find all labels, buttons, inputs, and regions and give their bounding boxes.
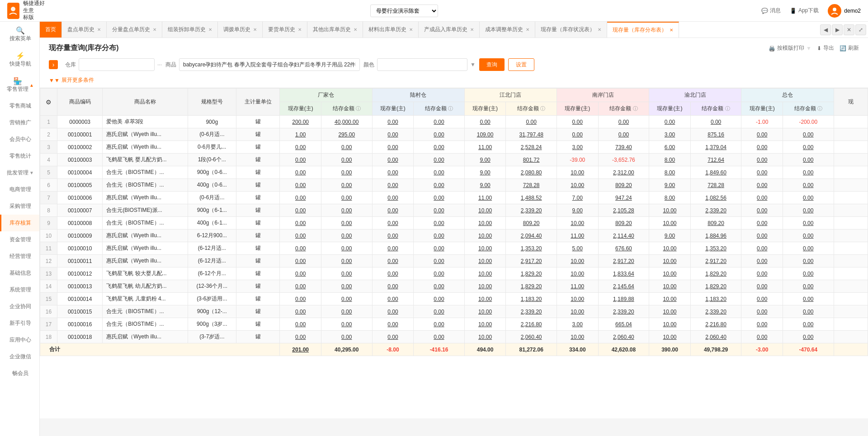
row-jiangbei-qty[interactable]: 10.00 bbox=[464, 293, 505, 305]
tab-demand[interactable]: 要货单历史 ✕ bbox=[263, 22, 307, 38]
row-nanan-qty[interactable]: 9.00 bbox=[557, 204, 598, 217]
user-area[interactable]: demo2 bbox=[828, 4, 861, 18]
row-yubei-qty[interactable]: 8.00 bbox=[649, 192, 690, 204]
row-jiangbei-qty[interactable]: 10.00 bbox=[464, 242, 505, 255]
row-nanan-qty[interactable]: 7.00 bbox=[557, 192, 598, 204]
sidebar-item-ecommerce[interactable]: 电商管理 bbox=[0, 181, 39, 198]
tab-prev-btn[interactable]: ◀ bbox=[820, 24, 831, 35]
refresh-button[interactable]: 🔄 刷新 bbox=[840, 44, 859, 52]
expand-more-btn[interactable]: ▼▼ 展开更多条件 bbox=[49, 76, 859, 84]
row-yubei-qty[interactable]: 9.00 bbox=[649, 230, 690, 242]
sidebar-item-guide[interactable]: 新手引导 bbox=[0, 315, 39, 332]
row-nanan-amt[interactable]: 2,105.28 bbox=[598, 204, 649, 217]
row-yubei-qty[interactable]: 10.00 bbox=[649, 204, 690, 217]
close-tab-stock-status[interactable]: ✕ bbox=[598, 27, 601, 32]
row-jiangbei-amt[interactable]: 1,829.20 bbox=[506, 280, 557, 293]
sidebar-item-apps[interactable]: 应用中心 bbox=[0, 332, 39, 348]
warehouse-input[interactable] bbox=[79, 58, 155, 71]
tab-expand-btn[interactable]: ⤢ bbox=[855, 24, 866, 35]
row-jiangbei-amt[interactable]: 1,829.20 bbox=[506, 267, 557, 280]
tab-outbound[interactable]: 其他出库单历史 ✕ bbox=[307, 22, 363, 38]
row-nanan-amt[interactable]: 2,145.64 bbox=[598, 280, 649, 293]
row-yubei-qty[interactable]: 8.00 bbox=[649, 154, 690, 166]
row-jiangbei-qty[interactable]: 10.00 bbox=[464, 217, 505, 230]
row-jiangbei-qty[interactable]: 11.00 bbox=[464, 141, 505, 154]
tab-stock-dist[interactable]: 现存量（库存分布表） ✕ bbox=[607, 22, 679, 38]
row-jiangbei-amt[interactable]: 31,797.48 bbox=[506, 128, 557, 141]
row-yubei-qty[interactable]: 10.00 bbox=[649, 293, 690, 305]
row-yubei-qty[interactable]: 10.00 bbox=[649, 242, 690, 255]
settings-button[interactable]: 设置 bbox=[508, 58, 534, 71]
row-nanan-amt[interactable]: 2,060.40 bbox=[598, 331, 649, 343]
sidebar-item-ops[interactable]: 经营管理 bbox=[0, 248, 39, 265]
close-tab-outbound[interactable]: ✕ bbox=[354, 27, 357, 32]
sidebar-item-inventory[interactable]: 库存核算 bbox=[0, 215, 39, 231]
tab-assembly[interactable]: 组装拆卸单历史 ✕ bbox=[162, 22, 218, 38]
close-tab-material-out[interactable]: ✕ bbox=[409, 27, 413, 32]
row-yubei-amt[interactable]: 2,060.40 bbox=[690, 331, 741, 343]
row-jiangbei-qty[interactable]: 10.00 bbox=[464, 331, 505, 343]
app-download-btn[interactable]: 📱 App下载 bbox=[790, 7, 819, 14]
row-jiangbei-amt[interactable]: 2,917.20 bbox=[506, 255, 557, 267]
row-jiangbei-amt[interactable]: 2,339.20 bbox=[506, 204, 557, 217]
row-yubei-amt[interactable]: 875.16 bbox=[690, 128, 741, 141]
row-nanan-qty[interactable]: 10.00 bbox=[557, 255, 598, 267]
sidebar-item-base[interactable]: 基础信息 bbox=[0, 265, 39, 281]
row-jiangbei-qty[interactable]: 11.00 bbox=[464, 192, 505, 204]
row-nanan-qty[interactable]: 10.00 bbox=[557, 217, 598, 230]
row-yubei-qty[interactable]: 8.00 bbox=[649, 166, 690, 179]
sidebar-item-marketing[interactable]: 营销推广 bbox=[0, 114, 39, 131]
row-yubei-amt[interactable]: 1,353.20 bbox=[690, 242, 741, 255]
row-yubei-qty[interactable]: 9.00 bbox=[649, 179, 690, 192]
row-nanan-amt[interactable]: 2,339.20 bbox=[598, 305, 649, 318]
row-yubei-amt[interactable]: 1,829.20 bbox=[690, 267, 741, 280]
print-button[interactable]: 🖨️ 按模版打印 ▼ bbox=[769, 44, 811, 52]
row-yubei-qty[interactable]: 6.00 bbox=[649, 141, 690, 154]
query-button[interactable]: 查询 bbox=[479, 58, 505, 71]
sidebar-item-retail-stats[interactable]: 零售统计 bbox=[0, 148, 39, 164]
sidebar-item-purchase[interactable]: 采购管理 bbox=[0, 198, 39, 215]
row-jiangbei-qty[interactable]: 9.00 bbox=[464, 154, 505, 166]
row-jiangbei-qty[interactable]: 10.00 bbox=[464, 305, 505, 318]
industry-selector[interactable]: 母婴行业演示陈套 bbox=[370, 5, 438, 17]
close-tab-assembly[interactable]: ✕ bbox=[208, 27, 212, 32]
row-yubei-qty[interactable]: 10.00 bbox=[649, 305, 690, 318]
row-jiangbei-qty[interactable]: 10.00 bbox=[464, 255, 505, 267]
tab-stock-status[interactable]: 现存量（库存状况表） ✕ bbox=[535, 22, 607, 38]
sidebar-item-system[interactable]: 系统管理 bbox=[0, 281, 39, 298]
row-yubei-qty[interactable]: 10.00 bbox=[649, 217, 690, 230]
row-jiangbei-amt[interactable]: 809.20 bbox=[506, 217, 557, 230]
color-input[interactable] bbox=[377, 58, 467, 71]
row-jiangbei-amt[interactable]: 2,080.80 bbox=[506, 166, 557, 179]
sidebar-item-member2[interactable]: 畅会员 bbox=[0, 365, 39, 382]
sidebar-item-retail-shop[interactable]: 零售商城 bbox=[0, 98, 39, 114]
row-factory-amt[interactable]: 40,000.00 bbox=[321, 116, 372, 128]
row-yubei-amt[interactable]: 2,339.20 bbox=[690, 305, 741, 318]
message-btn[interactable]: 💬 消息 bbox=[761, 7, 781, 14]
row-yubei-amt[interactable]: 809.20 bbox=[690, 217, 741, 230]
row-nanan-amt[interactable]: 809.20 bbox=[598, 217, 649, 230]
goods-input[interactable] bbox=[179, 58, 360, 71]
row-jiangbei-amt[interactable]: 728.28 bbox=[506, 179, 557, 192]
row-yubei-amt[interactable]: 1,849.60 bbox=[690, 166, 741, 179]
row-nanan-qty[interactable]: 10.00 bbox=[557, 293, 598, 305]
row-yubei-amt[interactable]: 712.64 bbox=[690, 154, 741, 166]
row-jiangbei-amt[interactable]: 2,339.20 bbox=[506, 305, 557, 318]
row-jiangbei-amt[interactable]: 2,528.24 bbox=[506, 141, 557, 154]
row-jiangbei-qty[interactable]: 9.00 bbox=[464, 179, 505, 192]
close-tab-demand[interactable]: ✕ bbox=[298, 27, 302, 32]
row-jiangbei-qty[interactable]: 10.00 bbox=[464, 204, 505, 217]
row-yubei-qty[interactable]: 10.00 bbox=[649, 267, 690, 280]
row-nanan-amt[interactable]: 809.20 bbox=[598, 179, 649, 192]
row-yubei-qty[interactable]: 10.00 bbox=[649, 280, 690, 293]
row-nanan-qty[interactable]: 10.00 bbox=[557, 179, 598, 192]
export-button[interactable]: ⬇ 导出 bbox=[817, 44, 834, 52]
row-jiangbei-amt[interactable]: 2,094.40 bbox=[506, 230, 557, 242]
row-nanan-qty[interactable]: 11.00 bbox=[557, 230, 598, 242]
tab-inventory1[interactable]: 盘点单历史 ✕ bbox=[62, 22, 107, 38]
row-yubei-qty[interactable]: 3.00 bbox=[649, 128, 690, 141]
row-nanan-amt[interactable]: 739.40 bbox=[598, 141, 649, 154]
row-nanan-qty[interactable]: 10.00 bbox=[557, 267, 598, 280]
row-jiangbei-qty[interactable]: 10.00 bbox=[464, 280, 505, 293]
sidebar-item-quick[interactable]: ⚡ 快捷导航 bbox=[0, 47, 39, 72]
